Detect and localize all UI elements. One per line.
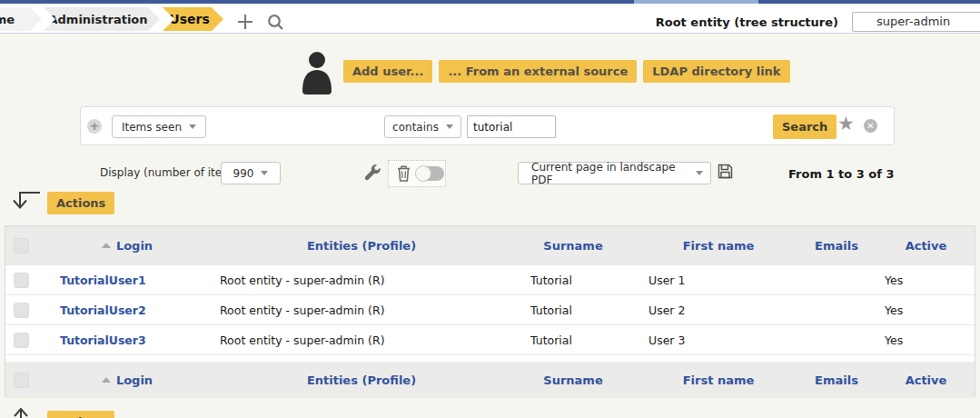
sort-asc-icon <box>102 243 111 248</box>
add-user-button[interactable]: Add user... <box>343 60 432 83</box>
login-link[interactable]: TutorialUser2 <box>36 304 218 317</box>
active-cell: Yes <box>877 304 975 317</box>
column-header-first-name[interactable]: First name <box>641 239 796 253</box>
chevron-down-icon <box>446 124 453 129</box>
add-user-external-source-button[interactable]: ... From an external source <box>439 60 637 83</box>
display-count-select[interactable]: 990 <box>221 162 281 184</box>
user-icon <box>300 51 334 95</box>
column-footer-login-label: Login <box>116 373 153 387</box>
trash-icon[interactable] <box>396 164 411 183</box>
row-checkbox[interactable] <box>14 303 29 318</box>
search-operator-select[interactable]: contains <box>384 115 461 138</box>
breadcrumb-users-label: Users <box>169 12 209 26</box>
ldap-directory-link-button[interactable]: LDAP directory link <box>643 60 789 83</box>
column-header-entities[interactable]: Entities (Profile) <box>218 239 505 253</box>
search-operator-select-value: contains <box>392 121 439 134</box>
table-spacer <box>5 354 975 362</box>
actions-button-top[interactable]: Actions <box>47 192 114 214</box>
chevron-down-icon <box>261 171 268 175</box>
table-header-row: Login Entities (Profile) Surname First n… <box>5 226 975 264</box>
row-checkbox[interactable] <box>14 333 29 348</box>
search-field-select[interactable]: Items seen <box>112 115 206 138</box>
table-row: TutorialUser3 Root entity - super-admin … <box>5 324 975 354</box>
export-format-value: Current page in landscape PDF <box>531 161 688 186</box>
table-row: TutorialUser1 Root entity - super-admin … <box>5 264 975 294</box>
column-header-emails-label: Emails <box>815 239 858 253</box>
entities-cell: Root entity - super-admin (R) <box>218 274 505 287</box>
column-footer-first-name[interactable]: First name <box>641 373 796 387</box>
clear-search-icon[interactable]: ✕ <box>864 119 877 133</box>
global-search-icon[interactable] <box>266 13 285 32</box>
column-footer-entities-label: Entities (Profile) <box>307 373 416 387</box>
sort-asc-icon <box>102 377 111 383</box>
column-header-first-name-label: First name <box>683 239 755 253</box>
column-header-login[interactable]: Login <box>36 239 218 253</box>
surname-cell: Tutorial <box>505 304 641 317</box>
column-footer-emails[interactable]: Emails <box>796 373 877 387</box>
save-export-icon[interactable] <box>717 163 734 180</box>
column-footer-active-label: Active <box>906 373 947 387</box>
toggle-knob <box>415 165 431 182</box>
column-header-entities-label: Entities (Profile) <box>307 239 416 253</box>
breadcrumb-admin-label: Administration <box>48 13 147 26</box>
breadcrumb: me Administration Users Root entity (tre… <box>0 4 980 34</box>
active-cell: Yes <box>877 274 975 287</box>
display-count-value: 990 <box>233 167 254 180</box>
entities-cell: Root entity - super-admin (R) <box>218 333 505 347</box>
table-footer-header-row: Login Entities (Profile) Surname First n… <box>5 362 975 398</box>
scroll-to-top-arrow-icon[interactable] <box>9 403 35 418</box>
pagination-range: From 1 to 3 of 3 <box>788 167 894 181</box>
add-criterion-icon[interactable]: + <box>87 119 102 134</box>
column-footer-first-name-label: First name <box>683 373 755 387</box>
first-name-cell: User 1 <box>641 274 796 287</box>
column-footer-login[interactable]: Login <box>36 373 218 387</box>
scroll-to-bottom-arrow-icon[interactable] <box>7 186 42 215</box>
table-row: TutorialUser2 Root entity - super-admin … <box>5 294 975 324</box>
entities-cell: Root entity - super-admin (R) <box>218 304 505 317</box>
add-tab-plus-icon[interactable] <box>236 13 254 31</box>
search-value-input[interactable] <box>467 115 556 138</box>
surname-cell: Tutorial <box>505 333 641 347</box>
column-header-surname[interactable]: Surname <box>505 239 641 253</box>
search-field-select-value: Items seen <box>122 121 182 134</box>
column-header-active-label: Active <box>906 239 947 253</box>
breadcrumb-item-administration[interactable]: Administration <box>44 7 160 31</box>
users-table: Login Entities (Profile) Surname First n… <box>5 225 975 397</box>
user-toolbar: Add user... ... From an external source … <box>343 60 790 83</box>
breadcrumb-item-home[interactable]: me <box>0 7 42 31</box>
configure-list-wrench-icon[interactable] <box>362 163 382 183</box>
first-name-cell: User 2 <box>641 304 796 317</box>
column-footer-surname[interactable]: Surname <box>505 373 641 387</box>
column-header-login-label: Login <box>116 239 153 253</box>
login-link[interactable]: TutorialUser1 <box>36 274 218 287</box>
first-name-cell: User 3 <box>641 333 796 347</box>
column-header-active[interactable]: Active <box>877 239 975 253</box>
logged-in-user-box[interactable]: super-admin <box>852 12 980 32</box>
column-header-surname-label: Surname <box>543 239 602 253</box>
column-footer-entities[interactable]: Entities (Profile) <box>218 373 505 387</box>
surname-cell: Tutorial <box>505 274 641 287</box>
column-footer-emails-label: Emails <box>815 373 858 387</box>
organization-label: Root entity (tree structure) <box>656 15 838 29</box>
login-link[interactable]: TutorialUser3 <box>36 333 218 347</box>
export-format-select[interactable]: Current page in landscape PDF <box>518 162 711 184</box>
breadcrumb-item-users[interactable]: Users <box>163 7 223 31</box>
breadcrumb-home-label: me <box>0 13 15 26</box>
select-all-checkbox[interactable] <box>14 238 29 254</box>
column-footer-active[interactable]: Active <box>877 373 975 387</box>
bulk-actions-box <box>388 160 446 187</box>
active-cell: Yes <box>877 333 975 347</box>
search-button[interactable]: Search <box>773 114 836 139</box>
column-footer-surname-label: Surname <box>543 373 602 387</box>
row-checkbox[interactable] <box>14 273 29 288</box>
chevron-down-icon <box>189 124 196 129</box>
actions-button-bottom[interactable]: Actions <box>47 411 114 418</box>
favorite-star-icon[interactable]: ★ <box>837 113 855 134</box>
chevron-down-icon <box>696 171 703 175</box>
column-header-emails[interactable]: Emails <box>796 239 877 253</box>
select-all-checkbox[interactable] <box>14 373 29 388</box>
selection-mode-toggle[interactable] <box>417 166 444 181</box>
